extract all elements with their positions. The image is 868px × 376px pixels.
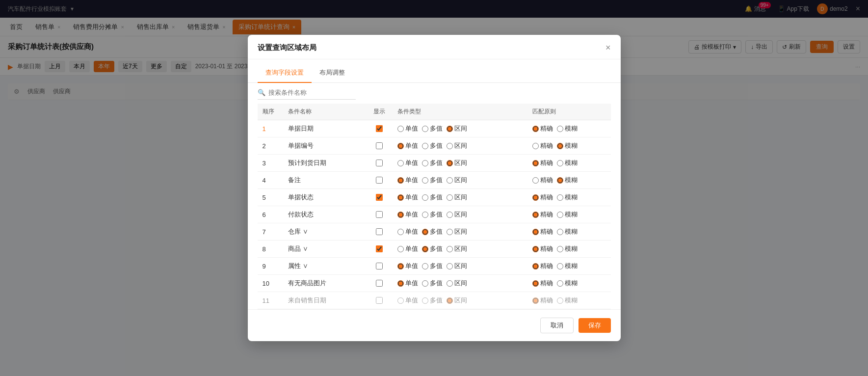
display-checkbox[interactable] [376,211,383,218]
match-radio-exact[interactable]: 精确 [532,279,553,288]
type-radio-range[interactable]: 区间 [447,124,467,133]
type-radio-multi[interactable]: 多值 [422,176,443,185]
display-checkbox[interactable] [376,194,383,201]
type-radio-multi[interactable]: 多值 [422,210,443,219]
type-radio-range[interactable]: 区间 [447,176,467,185]
match-radio-fuzzy[interactable]: 模糊 [557,279,578,288]
save-button[interactable]: 保存 [579,318,611,333]
display-checkbox[interactable] [376,228,383,235]
type-radio-multi[interactable]: 多值 [422,124,443,133]
table-row: 8商品 ∨单值多值区间精确模糊 [258,241,611,258]
row-type: 单值多值区间 [393,120,527,137]
display-checkbox[interactable] [376,280,383,287]
type-radio-range[interactable]: 区间 [447,210,467,219]
type-radio-single[interactable]: 单值 [397,159,418,167]
type-radio-single[interactable]: 单值 [397,210,418,219]
type-radio-single[interactable]: 单值 [397,244,418,253]
type-radio-multi[interactable]: 多值 [422,279,443,288]
row-display [367,206,393,223]
match-radio-fuzzy[interactable]: 模糊 [557,141,578,150]
type-radio-single[interactable]: 单值 [397,176,418,185]
type-radio-single[interactable]: 单值 [397,124,418,133]
type-radio-multi[interactable]: 多值 [422,141,443,150]
type-radio-range[interactable]: 区间 [447,227,467,236]
match-radio-fuzzy[interactable]: 模糊 [557,193,578,202]
row-order: 1 [258,120,284,137]
row-display [367,223,393,241]
display-checkbox[interactable] [376,160,383,166]
match-radio-exact[interactable]: 精确 [532,176,553,185]
type-radio-single[interactable]: 单值 [397,193,418,202]
match-radio-exact[interactable]: 精确 [532,124,553,133]
display-checkbox[interactable] [376,297,383,304]
match-radio-exact[interactable]: 精确 [532,296,553,305]
display-checkbox[interactable] [376,263,383,269]
type-radio-range[interactable]: 区间 [447,193,467,202]
match-radio-fuzzy[interactable]: 模糊 [557,176,578,185]
modal-footer: 取消 保存 [248,309,621,341]
row-display [367,275,393,292]
modal-search-input[interactable] [268,89,352,96]
row-match: 精确模糊 [527,189,610,206]
type-radio-multi[interactable]: 多值 [422,296,443,305]
modal-tab-query-fields[interactable]: 查询字段设置 [258,65,312,83]
match-radio-fuzzy[interactable]: 模糊 [557,244,578,253]
row-order: 5 [258,189,284,206]
type-radio-range[interactable]: 区间 [447,279,467,288]
cancel-button[interactable]: 取消 [540,318,574,333]
match-radio-fuzzy[interactable]: 模糊 [557,262,578,270]
display-checkbox[interactable] [376,125,383,132]
type-radio-single[interactable]: 单值 [397,227,418,236]
modal-tab-layout[interactable]: 布局调整 [312,65,353,83]
display-checkbox[interactable] [376,177,383,184]
row-match: 精确模糊 [527,137,610,155]
row-name: 单据编号 [283,137,366,155]
type-radio-multi[interactable]: 多值 [422,227,443,236]
row-type: 单值多值区间 [393,241,527,258]
row-display [367,137,393,155]
match-radio-fuzzy[interactable]: 模糊 [557,124,578,133]
row-display [367,292,393,309]
table-row: 9属性 ∨单值多值区间精确模糊 [258,258,611,275]
type-radio-multi[interactable]: 多值 [422,159,443,167]
type-radio-single[interactable]: 单值 [397,262,418,270]
type-radio-multi[interactable]: 多值 [422,193,443,202]
match-radio-fuzzy[interactable]: 模糊 [557,210,578,219]
display-checkbox[interactable] [376,245,383,252]
match-radio-fuzzy[interactable]: 模糊 [557,159,578,167]
type-radio-single[interactable]: 单值 [397,279,418,288]
type-radio-range[interactable]: 区间 [447,159,467,167]
match-radio-exact[interactable]: 精确 [532,193,553,202]
row-match: 精确模糊 [527,120,610,137]
type-radio-range[interactable]: 区间 [447,244,467,253]
match-radio-exact[interactable]: 精确 [532,159,553,167]
modal-overlay: 设置查询区域布局 × 查询字段设置 布局调整 🔍 [0,0,868,376]
match-radio-exact[interactable]: 精确 [532,244,553,253]
row-display [367,155,393,172]
modal-tabs: 查询字段设置 布局调整 [248,59,621,83]
table-row: 1单据日期单值多值区间精确模糊 [258,120,611,137]
row-display [367,189,393,206]
type-radio-range[interactable]: 区间 [447,262,467,270]
match-radio-fuzzy[interactable]: 模糊 [557,227,578,236]
type-radio-single[interactable]: 单值 [397,296,418,305]
type-radio-range[interactable]: 区间 [447,141,467,150]
row-order: 10 [258,275,284,292]
type-radio-single[interactable]: 单值 [397,141,418,150]
table-row: 4备注单值多值区间精确模糊 [258,172,611,189]
type-radio-multi[interactable]: 多值 [422,244,443,253]
row-match: 精确模糊 [527,172,610,189]
match-radio-exact[interactable]: 精确 [532,210,553,219]
type-radio-multi[interactable]: 多值 [422,262,443,270]
row-match: 精确模糊 [527,241,610,258]
row-name: 备注 [283,172,366,189]
match-radio-exact[interactable]: 精确 [532,141,553,150]
match-radio-exact[interactable]: 精确 [532,227,553,236]
row-type: 单值多值区间 [393,189,527,206]
type-radio-range[interactable]: 区间 [447,296,467,305]
match-radio-exact[interactable]: 精确 [532,262,553,270]
row-match: 精确模糊 [527,206,610,223]
match-radio-fuzzy[interactable]: 模糊 [557,296,578,305]
modal-close-button[interactable]: × [605,43,611,53]
display-checkbox[interactable] [376,142,383,149]
